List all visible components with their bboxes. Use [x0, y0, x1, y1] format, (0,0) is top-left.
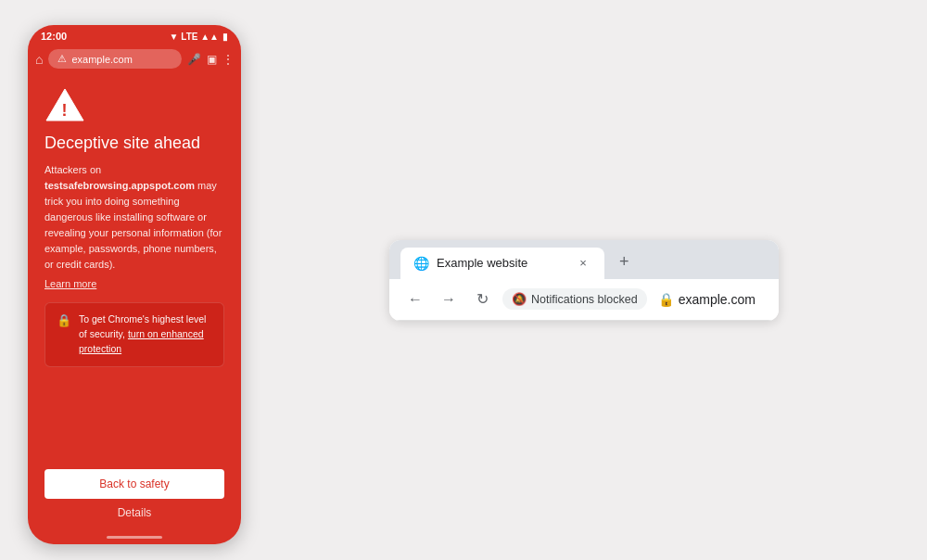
browser-tab[interactable]: 🌐 Example website ×	[400, 248, 604, 279]
notifications-blocked-text: Notifications blocked	[531, 293, 638, 306]
deceptive-body: Attackers on testsafebrowsing.appspot.co…	[44, 162, 224, 273]
details-link[interactable]: Details	[118, 506, 152, 519]
url-right-icons: 🎤 ▣ ⋮	[187, 53, 234, 66]
tab-switcher-icon[interactable]: ▣	[207, 53, 217, 66]
phone-mockup: 12:00 ▼ LTE ▲▲ ▮ ⌂ ⚠ example.com 🎤 ▣ ⋮ !…	[28, 25, 241, 544]
security-box: 🔒 To get Chrome's highest level of secur…	[44, 302, 224, 366]
tab-close-button[interactable]: ×	[575, 255, 591, 272]
status-bar: 12:00 ▼ LTE ▲▲ ▮	[28, 25, 241, 45]
tab-favicon-icon: 🌐	[413, 256, 429, 271]
address-url: example.com	[679, 292, 756, 307]
battery-icon: ▮	[222, 32, 228, 42]
home-icon[interactable]: ⌂	[35, 52, 43, 67]
menu-icon[interactable]: ⋮	[222, 53, 234, 66]
address-bar-row: ⌂ ⚠ example.com 🎤 ▣ ⋮	[28, 45, 241, 72]
browser-tab-bar: 🌐 Example website × +	[389, 240, 779, 279]
deceptive-title: Deceptive site ahead	[44, 134, 224, 153]
home-indicator	[107, 536, 162, 539]
signal-icon: ▼ LTE ▲▲	[170, 32, 219, 42]
browser-card: 🌐 Example website × + ← → ↻ 🔕 Notificati…	[389, 240, 779, 321]
svg-text:!: !	[62, 101, 68, 120]
microphone-icon[interactable]: 🎤	[187, 53, 201, 66]
notifications-blocked-icon: 🔕	[512, 292, 527, 306]
warning-triangle-icon: !	[44, 87, 85, 122]
reload-button[interactable]: ↻	[469, 286, 495, 312]
new-tab-button[interactable]: +	[612, 248, 637, 275]
status-time: 12:00	[41, 31, 67, 42]
phone-content: ! Deceptive site ahead Attackers on test…	[28, 72, 241, 469]
url-warning-icon: ⚠	[57, 53, 67, 65]
lock-icon: 🔒	[658, 292, 674, 307]
phone-bottom: Back to safety Details	[28, 469, 241, 532]
browser-area: 🌐 Example website × + ← → ↻ 🔕 Notificati…	[241, 222, 927, 339]
tab-title: Example website	[437, 256, 567, 270]
forward-button[interactable]: →	[436, 286, 462, 312]
url-text: example.com	[71, 54, 172, 65]
shield-icon: 🔒	[57, 313, 71, 327]
browser-toolbar: ← → ↻ 🔕 Notifications blocked 🔒 example.…	[389, 279, 779, 321]
notifications-blocked-pill[interactable]: 🔕 Notifications blocked	[502, 288, 647, 310]
status-icons: ▼ LTE ▲▲ ▮	[170, 32, 228, 42]
learn-more-link[interactable]: Learn more	[44, 278, 224, 289]
address-section: 🔒 example.com	[658, 292, 756, 307]
security-box-text: To get Chrome's highest level of securit…	[79, 312, 212, 356]
back-button[interactable]: ←	[402, 286, 428, 312]
back-to-safety-button[interactable]: Back to safety	[44, 469, 224, 499]
url-pill[interactable]: ⚠ example.com	[48, 49, 182, 69]
